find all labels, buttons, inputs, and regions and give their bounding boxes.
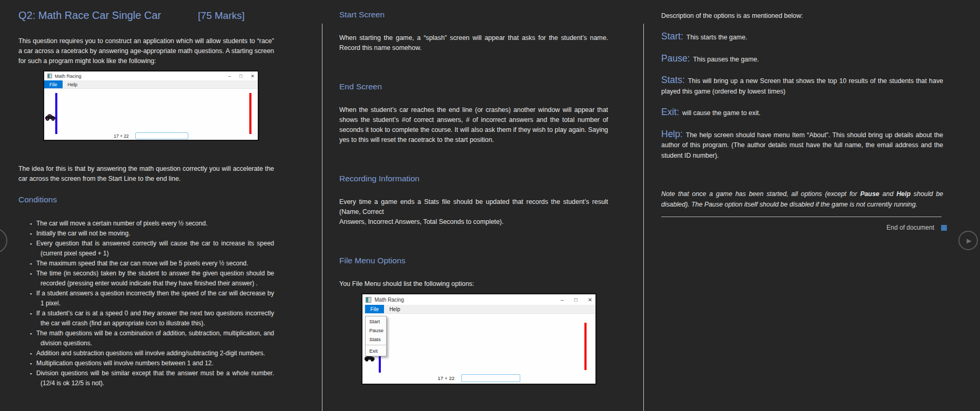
option-text: This will bring up a new Screen that sho… [661, 77, 943, 95]
middle-column: Start Screen When starting the game, a “… [339, 7, 608, 385]
window-titlebar: Math Racing – □ ✕ [44, 71, 258, 80]
math-question: 17 + 22 [438, 375, 454, 381]
answer-input [461, 374, 520, 382]
condition-item: The time (in seconds) taken by the stude… [18, 269, 274, 289]
window-controls: – □ ✕ [228, 74, 255, 79]
section-body-start-screen: When starting the game, a “splash” scree… [339, 33, 608, 53]
section-heading-recording-information: Recording Information [339, 173, 608, 184]
options-intro: Description of the options is as mention… [661, 11, 943, 21]
menu-item-stats: Stats [366, 335, 386, 344]
marks-label: [75 Marks] [198, 10, 245, 22]
section-heading-conditions: Conditions [18, 194, 274, 205]
maximize-icon: □ [574, 297, 578, 303]
condition-item: Multiplication questions will involve nu… [18, 358, 274, 368]
option-text: This starts the game. [686, 34, 747, 41]
right-column: Description of the options is as mention… [661, 7, 943, 231]
section-heading-start-screen: Start Screen [339, 9, 608, 20]
option-text: will cause the game to exit. [682, 109, 761, 117]
window-menubar: File Help [362, 305, 595, 314]
end-of-document-label: End of document [886, 224, 934, 231]
option-label: Exit: [661, 107, 679, 117]
section-body-file-menu-options: You File Menu should list the following … [339, 279, 608, 289]
left-column: Q2: Math Race Car Single Car [75 Marks] … [18, 7, 274, 388]
window-title: Math Racing [55, 74, 82, 79]
previous-page-button[interactable] [0, 228, 7, 253]
help-menu-button: Help [63, 80, 83, 88]
app-screenshot-file-menu: Math Racing – □ ✕ File Help Start Pause … [361, 293, 597, 385]
minimize-icon: – [228, 74, 231, 79]
condition-item: If a student answers a question incorrec… [18, 289, 274, 309]
column-divider [322, 24, 322, 411]
option-help: Help:The help screen should have menu It… [661, 129, 943, 161]
condition-item: The maximum speed that the car can move … [18, 259, 274, 269]
maximize-icon: □ [239, 74, 242, 79]
document-page: Q2: Math Race Car Single Car [75 Marks] … [0, 0, 980, 411]
race-track: 17 + 22 [44, 89, 258, 140]
note-text: and [880, 190, 896, 198]
app-icon [47, 74, 52, 78]
intro-paragraph: This question requires you to construct … [18, 36, 274, 66]
option-exit: Exit:will cause the game to exit. [661, 107, 943, 119]
file-dropdown-menu: Start Pause Stats Exit [365, 316, 387, 356]
close-icon: ✕ [588, 297, 592, 303]
minimize-icon: – [561, 297, 564, 303]
race-track: Start Pause Stats Exit 17 + 22 [362, 314, 595, 384]
option-text: The help screen should have menu Item “A… [661, 131, 943, 159]
section-body-end-screen: When the student’s car reaches the end l… [339, 105, 608, 145]
app-screenshot-start: Math Racing – □ ✕ File Help [43, 70, 259, 141]
menu-separator [366, 345, 386, 345]
note-paragraph: Note that once a game has been started, … [661, 189, 943, 210]
option-stats: Stats:This will bring up a new Screen th… [661, 75, 943, 97]
option-pause: Pause:This pauses the game. [661, 54, 943, 65]
condition-item: The math questions will be a combination… [18, 328, 274, 348]
next-arrow-icon: ▶ [965, 238, 971, 244]
idea-paragraph: The idea for this is that by answering t… [18, 164, 274, 184]
next-page-button[interactable]: ▶ [958, 231, 978, 250]
end-divider [661, 217, 942, 217]
note-text: Note that once a game has been started, … [661, 190, 860, 198]
option-label: Stats: [661, 75, 685, 85]
option-label: Help: [661, 129, 683, 139]
end-line [249, 93, 251, 134]
condition-item: Division questions will be similar excep… [18, 368, 274, 388]
question-row: 17 + 22 [44, 132, 258, 139]
close-icon: ✕ [250, 74, 255, 79]
section-heading-end-screen: End Screen [339, 81, 608, 92]
option-start: Start:This starts the game. [661, 32, 943, 43]
app-icon [366, 297, 371, 303]
window-controls: – □ ✕ [561, 297, 592, 303]
title-row: Q2: Math Race Car Single Car [75 Marks] [18, 9, 274, 22]
end-line [584, 323, 587, 370]
section-heading-file-menu-options: File Menu Options [339, 255, 608, 266]
end-of-document: End of document [661, 224, 947, 231]
column-divider [643, 24, 644, 411]
answer-input [135, 132, 188, 139]
math-question: 17 + 22 [114, 133, 129, 139]
window-titlebar: Math Racing – □ ✕ [362, 294, 595, 305]
option-label: Start: [661, 31, 683, 42]
condition-item: The car will move a certain number of pi… [18, 219, 274, 229]
question-row: 17 + 22 [362, 374, 595, 382]
menu-item-pause: Pause [366, 326, 386, 335]
note-bold: Pause [860, 190, 880, 198]
conditions-list: The car will move a certain number of pi… [18, 219, 274, 388]
condition-item: Initially the car will not be moving. [18, 229, 274, 239]
window-title: Math Racing [375, 297, 404, 303]
end-of-document-icon [941, 225, 947, 231]
menu-item-exit: Exit [366, 346, 386, 355]
condition-item: Every question that is answered correctl… [18, 239, 274, 259]
car-icon [45, 113, 56, 121]
option-text: This pauses the game. [693, 56, 759, 63]
condition-item: Addition and subtraction questions will … [18, 348, 274, 358]
page-title: Q2: Math Race Car Single Car [18, 9, 161, 22]
file-menu-button: File [44, 80, 63, 88]
note-bold: Help [896, 190, 911, 198]
condition-item: If a student’s car is at a speed 0 and t… [18, 309, 274, 328]
window-menubar: File Help [44, 80, 258, 89]
section-body-recording-information: Every time a game ends a Stats file shou… [339, 197, 608, 227]
help-menu-button: Help [384, 305, 406, 313]
option-label: Pause: [661, 53, 690, 64]
menu-item-start: Start [366, 317, 386, 326]
file-menu-button: File [365, 305, 384, 313]
